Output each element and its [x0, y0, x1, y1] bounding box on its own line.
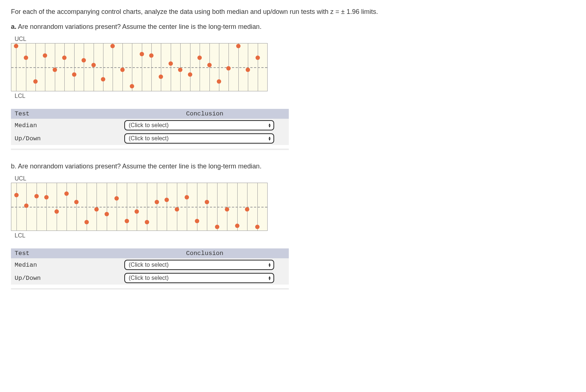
answer-table-a: Test Conclusion Median (Click to select)… [11, 109, 289, 145]
gridline [16, 183, 17, 231]
data-point [155, 200, 159, 204]
data-point [91, 63, 96, 67]
data-point [105, 212, 109, 216]
data-point [74, 200, 79, 204]
gridline [84, 43, 84, 91]
header-conclusion: Conclusion [121, 248, 289, 258]
gridline [45, 43, 45, 91]
data-point [255, 225, 260, 229]
updown-conclusion-select[interactable]: (Click to select) ▲▼ [124, 273, 274, 283]
data-point [197, 56, 202, 60]
data-point [24, 56, 28, 60]
data-point [34, 194, 39, 198]
gridline [151, 43, 152, 91]
gridline [117, 183, 117, 231]
table-row: Median (Click to select) ▲▼ [11, 258, 289, 271]
gridline [190, 43, 190, 91]
gridline [238, 43, 239, 91]
data-point [140, 52, 144, 56]
data-point [43, 53, 47, 58]
data-point [256, 56, 260, 60]
row-label-updown: Up/Down [11, 271, 121, 285]
control-chart-a [11, 43, 268, 91]
gridline [257, 183, 258, 231]
gridline [209, 43, 210, 91]
part-b-question: b. Are nonrandom variations present? Ass… [11, 163, 575, 170]
gridline [57, 183, 57, 231]
part-a-letter: a. [11, 23, 16, 30]
row-label-updown: Up/Down [11, 132, 121, 145]
gridline [142, 43, 142, 91]
data-point [54, 209, 59, 214]
data-point [178, 68, 182, 72]
data-point [215, 225, 219, 229]
chart-b-block: UCL LCL [11, 175, 575, 239]
data-point [235, 224, 239, 228]
data-point [14, 193, 19, 197]
divider [11, 149, 289, 150]
data-point [64, 191, 69, 196]
data-point [245, 207, 249, 212]
gridline [171, 43, 171, 91]
median-conclusion-select[interactable]: (Click to select) ▲▼ [124, 260, 274, 270]
answer-table-b: Test Conclusion Median (Click to select)… [11, 248, 289, 285]
data-point [84, 220, 89, 224]
data-point [125, 219, 129, 223]
data-point [175, 207, 179, 212]
gridline [94, 43, 94, 91]
median-conclusion-select[interactable]: (Click to select) ▲▼ [124, 120, 274, 130]
gridline [187, 183, 187, 231]
data-point [236, 44, 241, 48]
data-point [44, 195, 49, 199]
header-conclusion: Conclusion [121, 109, 289, 119]
gridline [161, 43, 161, 91]
instructions-text: For each of the accompanying control cha… [11, 7, 575, 16]
stepper-icon: ▲▼ [268, 136, 271, 141]
data-point [226, 66, 231, 71]
data-point [165, 198, 169, 202]
data-point [82, 58, 86, 62]
data-point [246, 68, 250, 72]
select-placeholder-text: (Click to select) [129, 262, 266, 268]
data-point [62, 56, 67, 60]
row-label-median: Median [11, 258, 121, 271]
gridline [219, 43, 219, 91]
data-point [188, 72, 192, 77]
part-b-text: Are nonrandom variations present? Assume… [18, 163, 261, 170]
row-label-median: Median [11, 119, 121, 132]
gridline [46, 183, 47, 231]
stepper-icon: ▲▼ [268, 263, 271, 267]
data-point [33, 79, 38, 84]
gridline [217, 183, 218, 231]
gridline [197, 183, 197, 231]
data-point [94, 207, 99, 212]
header-test: Test [11, 109, 121, 119]
ucl-label: UCL [15, 36, 575, 42]
gridline [127, 183, 127, 231]
table-header-row: Test Conclusion [11, 248, 289, 258]
data-point [169, 61, 173, 66]
lcl-label: LCL [15, 232, 575, 239]
data-point [53, 68, 57, 72]
control-chart-b [11, 183, 268, 231]
table-row: Median (Click to select) ▲▼ [11, 119, 289, 132]
gridline [67, 183, 67, 231]
ucl-label: UCL [15, 175, 575, 182]
lcl-label: LCL [15, 93, 575, 99]
gridline [157, 183, 157, 231]
gridline [103, 43, 103, 91]
data-point [225, 207, 229, 212]
data-point [110, 44, 115, 48]
chart-a-block: UCL LCL [11, 36, 575, 99]
gridline [64, 43, 65, 91]
data-point [14, 44, 18, 48]
data-point [149, 53, 154, 58]
updown-conclusion-select[interactable]: (Click to select) ▲▼ [124, 133, 274, 144]
gridline [113, 43, 113, 91]
gridline [74, 43, 75, 91]
center-line [11, 207, 267, 208]
data-point [135, 209, 139, 214]
data-point [159, 75, 163, 79]
select-placeholder-text: (Click to select) [129, 122, 266, 129]
header-test: Test [11, 248, 121, 258]
